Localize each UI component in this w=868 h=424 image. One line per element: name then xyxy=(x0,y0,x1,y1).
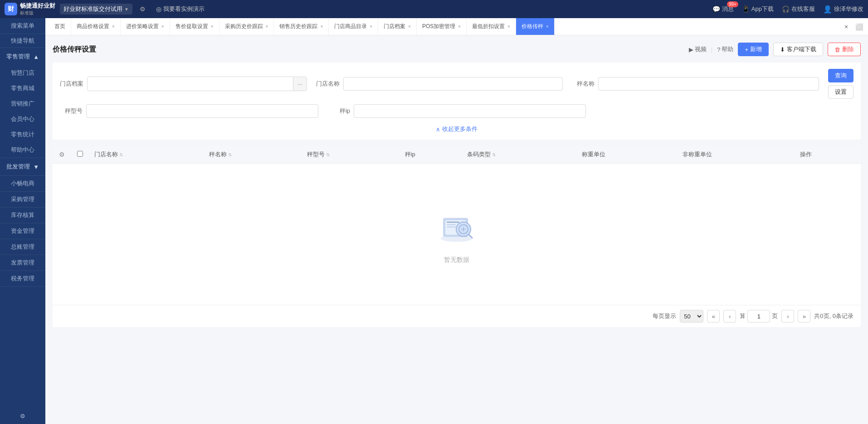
download-icon: ⬇ xyxy=(780,46,785,53)
store-archive-label: 门店档案 xyxy=(60,80,83,88)
col-settings-icon[interactable]: ⚙ xyxy=(59,151,65,158)
query-button[interactable]: 查询 xyxy=(828,69,853,82)
store-name-input[interactable] xyxy=(343,77,563,91)
user-menu[interactable]: 👤 徐泽华修改 xyxy=(823,5,863,14)
app-download-button[interactable]: 📱 App下载 xyxy=(742,5,774,13)
sidebar-settings-button[interactable]: ⚙ xyxy=(0,408,45,424)
close-tab-price-scale[interactable]: × xyxy=(546,24,549,29)
sort-scale-model-icon: ⇅ xyxy=(326,152,330,157)
sidebar-item-help[interactable]: 帮助中心 xyxy=(0,142,45,158)
chevron-up-icon: ▲ xyxy=(33,53,39,60)
tab-purchase-strategy[interactable]: 进价策略设置 × xyxy=(121,18,170,35)
tab-purchase-history[interactable]: 采购历史价跟踪 × xyxy=(219,18,274,35)
page-header: 价格传秤设置 ▶ 视频 | ? 帮助 + 新增 xyxy=(53,43,861,56)
last-page-icon: » xyxy=(803,313,806,320)
sidebar-item-general-ledger[interactable]: 总账管理 xyxy=(0,239,45,255)
close-tab-store-catalog[interactable]: × xyxy=(370,24,372,29)
export-button[interactable]: ⬇ 客户端下载 xyxy=(773,43,823,56)
add-button[interactable]: + 新增 xyxy=(738,43,769,56)
sidebar-search[interactable]: 搜索菜单 xyxy=(0,18,45,34)
close-tab-purchase-strategy[interactable]: × xyxy=(161,24,164,29)
prev-page-button[interactable]: ‹ xyxy=(723,310,736,323)
scale-name-label: 秤名称 xyxy=(572,80,595,88)
scale-name-input[interactable] xyxy=(598,77,819,91)
th-store-name: 门店名称 ⇅ xyxy=(89,146,204,164)
prev-page-icon: ‹ xyxy=(729,313,731,320)
sidebar-item-member[interactable]: 会员中心 xyxy=(0,111,45,127)
store-name-filter: 门店名称 xyxy=(316,77,563,91)
data-table: ⚙ 门店名称 ⇅ xyxy=(53,146,861,305)
sidebar-item-invoice[interactable]: 发票管理 xyxy=(0,255,45,271)
close-tab-pos-management[interactable]: × xyxy=(458,24,461,29)
tab-sale-history[interactable]: 销售历史价跟踪 × xyxy=(274,18,329,35)
next-page-button[interactable]: › xyxy=(781,310,794,323)
close-tab-sale-history[interactable]: × xyxy=(320,24,323,29)
settings-button[interactable]: ⚙ xyxy=(137,3,149,15)
page-number-input[interactable] xyxy=(747,310,770,323)
close-tab-price-setting[interactable]: × xyxy=(112,24,115,29)
sidebar-item-marketing[interactable]: 营销推广 xyxy=(0,96,45,111)
sidebar-item-finance[interactable]: 资金管理 xyxy=(0,223,45,239)
page-title: 价格传秤设置 xyxy=(53,45,96,54)
demo-link[interactable]: ◎ 我要看实例演示 xyxy=(156,5,205,13)
scale-ip-input[interactable] xyxy=(354,104,586,118)
collapse-icon: ∧ xyxy=(436,126,440,133)
help-link[interactable]: ? 帮助 xyxy=(717,45,733,53)
top-bar: 财 畅捷通好业财 标准版 好业财标准版交付试用 ▼ ⚙ ◎ 我要看实例演示 💬 … xyxy=(0,0,868,18)
scale-model-input[interactable] xyxy=(86,104,318,118)
header-actions: ▶ 视频 | ? 帮助 + 新增 ⬇ xyxy=(689,43,861,56)
tab-store-archive[interactable]: 门店档案 × xyxy=(378,18,417,35)
close-tab-action[interactable]: × xyxy=(841,21,852,32)
online-service-button[interactable]: 🎧 在线客服 xyxy=(782,5,815,13)
store-archive-filter: 门店档案 ··· xyxy=(60,77,307,91)
sidebar-item-retail-shop[interactable]: 零售商城 xyxy=(0,81,45,96)
tab-price-setting[interactable]: 商品价格设置 × xyxy=(71,18,121,35)
sidebar-item-smart-store[interactable]: 智慧门店 xyxy=(0,65,45,81)
tab-pos-management[interactable]: POS加密管理 × xyxy=(417,18,467,35)
tab-home[interactable]: 首页 xyxy=(49,18,71,35)
tab-min-discount[interactable]: 最低折扣设置 × xyxy=(467,18,516,35)
tab-store-catalog[interactable]: 门店商品目录 × xyxy=(329,18,378,35)
sidebar-item-inventory[interactable]: 库存核算 xyxy=(0,207,45,223)
sidebar-item-ecommerce[interactable]: 小畅电商 xyxy=(0,176,45,192)
maximize-tab-action[interactable]: ⬜ xyxy=(853,21,864,32)
th-settings: ⚙ xyxy=(53,146,71,164)
setup-button[interactable]: 设置 xyxy=(828,85,853,99)
close-tab-min-discount[interactable]: × xyxy=(507,24,510,29)
store-archive-btn[interactable]: ··· xyxy=(293,77,307,91)
main-layout: 搜索菜单 快捷导航 零售管理 ▲ 智慧门店 零售商城 营销推广 会员中心 零售统… xyxy=(0,18,868,424)
query-buttons: 查询 设置 xyxy=(828,69,853,99)
tab-sale-extract[interactable]: 售价提取设置 × xyxy=(170,18,219,35)
empty-state: 暂无数据 xyxy=(58,168,855,300)
scale-model-filter: 秤型号 xyxy=(60,104,318,118)
store-archive-input[interactable] xyxy=(88,77,293,91)
page-suffix-label: 页 xyxy=(772,312,778,320)
plus-icon: + xyxy=(745,46,748,53)
pagination-bar: 每页显示 20 50 100 200 « ‹ xyxy=(53,305,861,327)
sidebar-retail-header[interactable]: 零售管理 ▲ xyxy=(0,48,45,65)
empty-row: 暂无数据 xyxy=(53,164,861,305)
sidebar-item-tax[interactable]: 税务管理 xyxy=(0,271,45,287)
select-all-checkbox[interactable] xyxy=(77,151,83,157)
sidebar-quick-nav[interactable]: 快捷导航 xyxy=(0,34,45,48)
last-page-button[interactable]: » xyxy=(798,310,810,323)
video-link[interactable]: ▶ 视频 xyxy=(689,45,707,53)
sidebar-retail-section: 零售管理 ▲ 智慧门店 零售商城 营销推广 会员中心 零售统计 帮助中心 xyxy=(0,48,45,158)
close-tab-store-archive[interactable]: × xyxy=(408,24,411,29)
sidebar-item-purchase[interactable]: 采购管理 xyxy=(0,192,45,207)
th-scale-ip: 秤ip xyxy=(400,146,462,164)
sidebar-wholesale-header[interactable]: 批发管理 ▼ xyxy=(0,158,45,176)
help-icon: ? xyxy=(717,46,720,53)
version-dropdown[interactable]: 好业财标准版交付试用 ▼ xyxy=(60,4,132,14)
table-header-row: ⚙ 门店名称 ⇅ xyxy=(53,146,861,164)
first-page-button[interactable]: « xyxy=(707,310,720,323)
message-button[interactable]: 💬 消息 99+ xyxy=(712,5,734,13)
sidebar-item-retail-stats[interactable]: 零售统计 xyxy=(0,127,45,142)
collapse-button[interactable]: ∧ 收起更多条件 xyxy=(436,125,478,133)
close-tab-purchase-history[interactable]: × xyxy=(266,24,268,29)
delete-button[interactable]: 🗑 删除 xyxy=(828,43,861,56)
per-page-select[interactable]: 20 50 100 200 xyxy=(680,310,703,323)
close-tab-sale-extract[interactable]: × xyxy=(211,24,214,29)
tab-price-scale[interactable]: 价格传秤 × xyxy=(516,18,555,35)
svg-rect-9 xyxy=(447,224,456,225)
